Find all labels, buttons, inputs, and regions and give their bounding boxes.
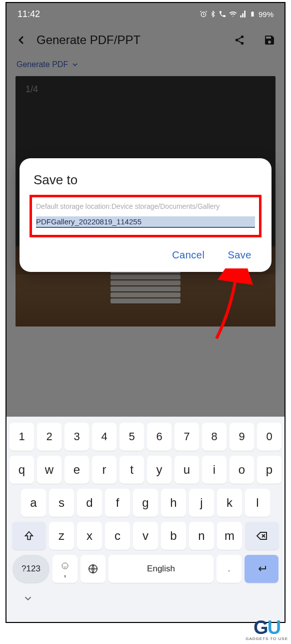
- language-key[interactable]: [80, 555, 106, 583]
- shift-key[interactable]: [12, 522, 46, 550]
- share-button[interactable]: [232, 33, 246, 47]
- chevron-down-icon: [71, 61, 79, 69]
- globe-icon: [88, 563, 98, 574]
- key-4[interactable]: 4: [92, 423, 116, 451]
- save-button[interactable]: Save: [228, 249, 252, 261]
- annotation-highlight: Default storage location:Device storage/…: [30, 195, 262, 237]
- key-5[interactable]: 5: [120, 423, 144, 451]
- svg-point-1: [241, 36, 244, 39]
- svg-point-2: [236, 39, 238, 42]
- key-r[interactable]: r: [92, 456, 116, 484]
- key-u[interactable]: u: [174, 456, 199, 484]
- keyboard-collapse[interactable]: [22, 597, 34, 605]
- svg-point-3: [241, 42, 244, 45]
- key-x[interactable]: x: [77, 522, 102, 550]
- enter-icon: [256, 563, 268, 575]
- key-7[interactable]: 7: [174, 423, 199, 451]
- key-1[interactable]: 1: [10, 423, 34, 451]
- period-key[interactable]: .: [216, 555, 242, 583]
- enter-key[interactable]: [244, 555, 278, 583]
- key-d[interactable]: d: [77, 489, 102, 517]
- key-v[interactable]: v: [133, 522, 158, 550]
- status-bar: 11:42 99%: [6, 3, 284, 25]
- key-g[interactable]: g: [133, 489, 158, 517]
- key-2[interactable]: 2: [37, 423, 62, 451]
- key-m[interactable]: m: [217, 522, 242, 550]
- app-header: Generate PDF/PPT: [6, 25, 284, 55]
- chevron-down-icon: [22, 593, 34, 604]
- key-e[interactable]: e: [64, 456, 89, 484]
- key-k[interactable]: k: [217, 489, 242, 517]
- battery-icon: [250, 10, 256, 19]
- shift-icon: [24, 530, 34, 541]
- dropdown-label: Generate PDF: [16, 60, 68, 69]
- status-icons: [200, 10, 256, 19]
- alarm-icon: [200, 10, 208, 18]
- key-a[interactable]: a: [21, 489, 46, 517]
- save-dialog: Save to Default storage location:Device …: [20, 158, 272, 272]
- key-p[interactable]: p: [257, 456, 282, 484]
- key-y[interactable]: y: [147, 456, 172, 484]
- dialog-title: Save to: [34, 172, 258, 188]
- save-icon: [264, 34, 276, 46]
- cancel-button[interactable]: Cancel: [172, 249, 204, 261]
- page-title: Generate PDF/PPT: [36, 33, 224, 47]
- filename-input[interactable]: [36, 216, 255, 228]
- share-icon: [234, 35, 245, 46]
- key-h[interactable]: h: [161, 489, 186, 517]
- key-n[interactable]: n: [189, 522, 214, 550]
- status-time: 11:42: [18, 9, 40, 20]
- key-8[interactable]: 8: [202, 423, 226, 451]
- save-button-header[interactable]: [262, 33, 276, 47]
- space-key[interactable]: English: [108, 555, 214, 583]
- back-button[interactable]: [14, 33, 28, 47]
- key-t[interactable]: t: [120, 456, 144, 484]
- key-l[interactable]: l: [245, 489, 270, 517]
- backspace-key[interactable]: [245, 522, 279, 550]
- key-c[interactable]: c: [105, 522, 130, 550]
- key-o[interactable]: o: [230, 456, 254, 484]
- watermark: GU GADGETS TO USE: [246, 617, 288, 641]
- chevron-left-icon: [16, 34, 28, 46]
- key-i[interactable]: i: [202, 456, 226, 484]
- key-9[interactable]: 9: [230, 423, 254, 451]
- page-counter: 1/4: [26, 84, 38, 95]
- bluetooth-icon: [210, 10, 216, 18]
- key-b[interactable]: b: [161, 522, 186, 550]
- key-q[interactable]: q: [10, 456, 34, 484]
- key-0[interactable]: 0: [257, 423, 282, 451]
- battery-percent: 99%: [258, 10, 274, 19]
- key-w[interactable]: w: [37, 456, 62, 484]
- emoji-key[interactable]: ,: [52, 555, 78, 583]
- key-j[interactable]: j: [189, 489, 214, 517]
- wifi-icon: [228, 10, 238, 18]
- key-z[interactable]: z: [49, 522, 74, 550]
- key-3[interactable]: 3: [64, 423, 89, 451]
- backspace-icon: [256, 530, 268, 542]
- symbols-key[interactable]: ?123: [12, 555, 50, 583]
- signal-icon: [240, 10, 248, 18]
- storage-path-hint: Default storage location:Device storage/…: [36, 202, 255, 210]
- soft-keyboard: 1234567890 qwertyuiop asdfghjkl zxcvbnm …: [6, 417, 284, 622]
- key-6[interactable]: 6: [147, 423, 172, 451]
- phone-icon: [218, 10, 226, 18]
- key-s[interactable]: s: [49, 489, 74, 517]
- key-f[interactable]: f: [105, 489, 130, 517]
- format-dropdown[interactable]: Generate PDF: [6, 55, 284, 76]
